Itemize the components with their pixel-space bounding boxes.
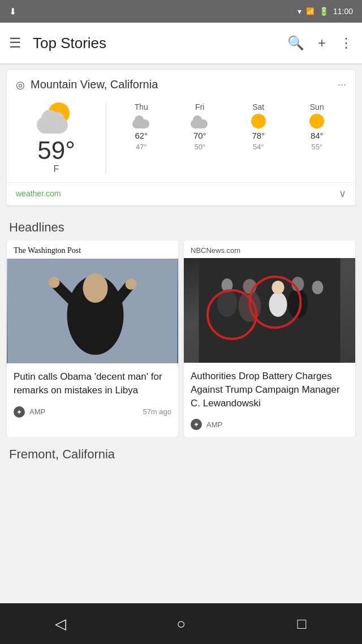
- battery-icon: 🔋: [319, 7, 329, 16]
- forecast-fri: Fri 70° 50°: [191, 102, 209, 174]
- weather-footer: weather.com ∨: [7, 182, 355, 205]
- news-footer-putin: AMP 57m ago: [7, 402, 178, 424]
- temp-unit: F: [54, 164, 59, 174]
- forecast-sun-icon: [308, 114, 326, 128]
- app-bar-actions: 🔍 + ⋮: [287, 35, 353, 51]
- forecast-sat-low: 54°: [253, 143, 264, 151]
- weather-card: ◎ Mountain View, California ··· 59° F Th…: [7, 70, 355, 205]
- amp-label-2: AMP: [206, 420, 222, 429]
- nbc-image-placeholder: [184, 258, 355, 363]
- forecast-thu-icon: [132, 114, 150, 128]
- news-source-nbc: NBCNews.com: [184, 241, 355, 258]
- forecast-sat-icon: [249, 114, 268, 128]
- putin-image-placeholder: [7, 259, 178, 363]
- weather-location-row: ◎ Mountain View, California ···: [7, 70, 355, 97]
- add-button[interactable]: +: [318, 35, 326, 51]
- forecast-fri-low: 50°: [194, 143, 205, 151]
- main-content: ◎ Mountain View, California ··· 59° F Th…: [0, 70, 362, 479]
- fremont-section-header: Fremont, California: [0, 437, 362, 467]
- location-icon: ◎: [16, 79, 25, 91]
- news-card-nbc[interactable]: NBCNews.com: [184, 241, 355, 437]
- more-button[interactable]: ⋮: [339, 35, 353, 51]
- news-source-wapo: The Washington Post: [7, 241, 178, 259]
- news-image-putin: [7, 259, 178, 363]
- news-card-putin[interactable]: The Washington Post: [7, 241, 178, 437]
- headlines-cards-row: The Washington Post: [0, 241, 362, 437]
- headlines-header: Headlines: [0, 210, 362, 241]
- svg-point-7: [126, 278, 137, 290]
- status-bar-right: ▾ 📶 🔋 11:00: [298, 7, 353, 16]
- forecast-sat: Sat 78° 54°: [249, 102, 268, 174]
- weather-forecast: Thu 62° 47° Fri 70° 50°: [106, 102, 346, 174]
- forecast-sun: Sun 84° 55°: [308, 102, 326, 174]
- amp-icon-2: [191, 419, 202, 430]
- forecast-day-label: Thu: [135, 102, 148, 111]
- forecast-thu: Thu 62° 47°: [132, 102, 150, 174]
- home-button[interactable]: ○: [164, 607, 198, 641]
- forecast-sat-high: 78°: [252, 131, 265, 140]
- svg-marker-21: [194, 422, 198, 428]
- expand-icon[interactable]: ∨: [339, 187, 346, 200]
- svg-point-15: [272, 281, 285, 294]
- svg-marker-8: [17, 409, 21, 415]
- search-button[interactable]: 🔍: [287, 35, 304, 51]
- forecast-sun-low: 55°: [311, 143, 322, 151]
- page-title: Top Stories: [33, 35, 276, 52]
- forecast-thu-high: 62°: [135, 131, 148, 140]
- signal-icon: 📶: [306, 7, 314, 15]
- forecast-fri-icon: [191, 114, 209, 128]
- svg-point-18: [308, 293, 328, 320]
- location-name: Mountain View, California: [31, 78, 332, 91]
- menu-button[interactable]: ☰: [9, 35, 21, 51]
- download-icon: ⬇: [9, 6, 16, 17]
- svg-point-3: [83, 273, 108, 303]
- forecast-thu-low: 47°: [136, 143, 147, 151]
- wifi-icon: ▾: [298, 7, 301, 16]
- weather-more-icon[interactable]: ···: [338, 79, 346, 91]
- nbc-highlight-circle: [206, 289, 257, 340]
- news-time-1: 57m ago: [143, 407, 171, 416]
- weather-body: 59° F Thu 62° 47° Fri: [7, 97, 355, 182]
- back-button[interactable]: ◁: [44, 607, 77, 641]
- forecast-day-label: Fri: [195, 102, 204, 111]
- news-footer-nbc: AMP: [184, 414, 355, 437]
- status-bar: ⬇ ▾ 📶 🔋 11:00: [0, 0, 362, 23]
- weather-icon-current: [37, 102, 76, 134]
- svg-point-14: [269, 292, 287, 317]
- amp-icon-1: [14, 406, 25, 418]
- forecast-sun-high: 84°: [311, 131, 324, 140]
- svg-point-19: [312, 281, 324, 294]
- news-title-nbc: Authorities Drop Battery Charges Against…: [184, 363, 355, 414]
- news-title-putin: Putin calls Obama 'decent man' for remar…: [7, 363, 178, 402]
- news-image-nbc: [184, 258, 355, 363]
- weather-current: 59° F: [16, 102, 106, 174]
- time-display: 11:00: [333, 7, 353, 16]
- status-bar-left: ⬇: [9, 6, 16, 17]
- svg-point-6: [49, 277, 60, 288]
- forecast-fri-high: 70°: [193, 131, 206, 140]
- amp-label-1: AMP: [29, 407, 45, 416]
- bottom-nav: ◁ ○ □: [0, 603, 362, 644]
- weather-source[interactable]: weather.com: [16, 189, 61, 198]
- recents-button[interactable]: □: [285, 607, 318, 641]
- forecast-day-label: Sat: [252, 102, 264, 111]
- app-bar: ☰ Top Stories 🔍 + ⋮: [0, 23, 362, 63]
- current-temp: 59°: [37, 138, 75, 163]
- forecast-day-label: Sun: [310, 102, 324, 111]
